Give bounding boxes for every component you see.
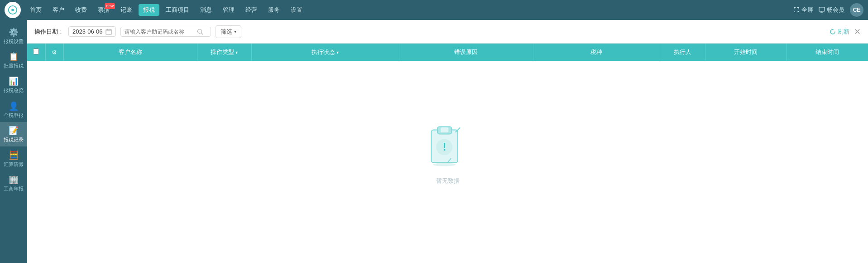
data-table: ⚙客户名称操作类型▾执行状态▾错误原因税种执行人开始时间结束时间 xyxy=(27,44,868,61)
tax-settings-icon: ⚙️ xyxy=(9,27,19,37)
member-button[interactable]: 畅会员 xyxy=(819,6,844,14)
search-box[interactable] xyxy=(120,27,211,37)
nav-item-business[interactable]: 工商项目 xyxy=(161,4,194,16)
th-gear: ⚙ xyxy=(45,44,63,61)
sidebar-item-personal-tax[interactable]: 👤个税申报 xyxy=(0,97,27,122)
filter-label: 筛选 xyxy=(221,28,232,36)
sidebar-label-tax-settings: 报税设置 xyxy=(4,39,24,44)
nav-item-settings[interactable]: 设置 xyxy=(286,4,307,16)
personal-tax-icon: 👤 xyxy=(9,101,19,111)
nav-item-tax[interactable]: 报税 xyxy=(139,4,159,16)
sidebar-item-annual-report[interactable]: 🏢工商年报 xyxy=(0,171,27,195)
empty-state: ! 暂无数据 xyxy=(425,122,470,185)
sort-icon-op-type: ▾ xyxy=(235,50,238,55)
sidebar: ⚙️报税设置📋批量报税📊报税总览👤个税申报📝报税记录🧮汇算清缴🏢工商年报 xyxy=(0,20,27,263)
layout: ⚙️报税设置📋批量报税📊报税总览👤个税申报📝报税记录🧮汇算清缴🏢工商年报 操作日… xyxy=(0,20,868,263)
member-label: 畅会员 xyxy=(827,6,844,14)
annual-report-icon: 🏢 xyxy=(9,175,19,185)
th-tax-type: 税种 xyxy=(533,44,660,61)
table-header-row: ⚙客户名称操作类型▾执行状态▾错误原因税种执行人开始时间结束时间 xyxy=(27,44,868,61)
sidebar-label-calculate-pay: 汇算清缴 xyxy=(4,161,24,167)
sort-icon-exec-status: ▾ xyxy=(336,50,339,55)
chevron-down-icon: ▾ xyxy=(234,29,236,34)
empty-icon: ! xyxy=(425,122,470,171)
app-logo[interactable] xyxy=(5,2,21,18)
tax-overview-icon: 📊 xyxy=(9,76,19,86)
refresh-label: 刷新 xyxy=(838,28,849,36)
nav-item-invoices[interactable]: 票据new xyxy=(93,4,114,16)
tax-records-icon: 📝 xyxy=(9,126,19,136)
sidebar-item-tax-records[interactable]: 📝报税记录 xyxy=(0,122,27,146)
sidebar-item-batch-tax[interactable]: 📋批量报税 xyxy=(0,48,27,73)
nav-item-management[interactable]: 管理 xyxy=(218,4,239,16)
th-end-time: 结束时间 xyxy=(786,44,868,61)
sidebar-item-calculate-pay[interactable]: 🧮汇算清缴 xyxy=(0,146,27,171)
gear-icon[interactable]: ⚙ xyxy=(52,49,57,56)
refresh-button[interactable]: 刷新 xyxy=(830,28,849,36)
th-exec-status[interactable]: 执行状态▾ xyxy=(251,44,399,61)
sidebar-label-annual-report: 工商年报 xyxy=(4,186,24,192)
toolbar: 操作日期： 2023-06-06 筛选 ▾ xyxy=(27,20,868,44)
avatar[interactable]: CE xyxy=(850,3,863,17)
close-button[interactable]: ✕ xyxy=(854,28,861,36)
nav-items: 首页客户收费票据new记账报税工商项目消息管理经营服务设置 xyxy=(25,4,793,16)
sidebar-item-tax-overview[interactable]: 📊报税总览 xyxy=(0,73,27,97)
sidebar-label-batch-tax: 批量报税 xyxy=(4,63,24,69)
nav-item-operations[interactable]: 经营 xyxy=(241,4,262,16)
batch-tax-icon: 📋 xyxy=(9,52,19,62)
fullscreen-label: 全屏 xyxy=(801,6,813,14)
calculate-pay-icon: 🧮 xyxy=(9,150,19,160)
th-client-name: 客户名称 xyxy=(63,44,197,61)
date-label: 操作日期： xyxy=(34,28,64,36)
th-op-type[interactable]: 操作类型▾ xyxy=(197,44,251,61)
search-icon xyxy=(197,29,203,35)
svg-rect-6 xyxy=(441,127,448,132)
search-input[interactable] xyxy=(125,29,197,35)
nav-item-accounting[interactable]: 记账 xyxy=(116,4,137,16)
empty-text: 暂无数据 xyxy=(436,177,460,185)
filter-button[interactable]: 筛选 ▾ xyxy=(216,25,241,38)
nav-item-billing[interactable]: 收费 xyxy=(71,4,91,16)
th-start-time: 开始时间 xyxy=(705,44,786,61)
sidebar-label-tax-records: 报税记录 xyxy=(4,137,24,143)
date-value: 2023-06-06 xyxy=(72,28,103,35)
nav-item-home[interactable]: 首页 xyxy=(25,4,46,16)
main-content: 操作日期： 2023-06-06 筛选 ▾ xyxy=(27,20,868,263)
svg-text:!: ! xyxy=(442,141,446,153)
th-error-reason: 错误原因 xyxy=(399,44,533,61)
svg-point-11 xyxy=(433,163,456,166)
nav-badge-invoices: new xyxy=(105,3,115,9)
nav-item-messages[interactable]: 消息 xyxy=(196,4,216,16)
date-picker[interactable]: 2023-06-06 xyxy=(68,26,116,37)
nav-item-services[interactable]: 服务 xyxy=(264,4,284,16)
th-checkbox xyxy=(27,44,45,61)
top-nav-right: 全屏 畅会员 CE xyxy=(793,3,863,17)
svg-rect-2 xyxy=(106,29,111,34)
fullscreen-button[interactable]: 全屏 xyxy=(793,6,813,14)
th-executor: 执行人 xyxy=(660,44,705,61)
sidebar-label-personal-tax: 个税申报 xyxy=(4,112,24,118)
svg-rect-1 xyxy=(819,7,825,11)
table-container: ⚙客户名称操作类型▾执行状态▾错误原因税种执行人开始时间结束时间 ! xyxy=(27,44,868,263)
sidebar-item-tax-settings[interactable]: ⚙️报税设置 xyxy=(0,24,27,48)
top-nav: 首页客户收费票据new记账报税工商项目消息管理经营服务设置 全屏 畅会员 CE xyxy=(0,0,868,20)
sidebar-label-tax-overview: 报税总览 xyxy=(4,88,24,93)
refresh-icon xyxy=(830,29,836,35)
nav-item-clients[interactable]: 客户 xyxy=(48,4,69,16)
select-all-checkbox[interactable] xyxy=(33,49,39,54)
